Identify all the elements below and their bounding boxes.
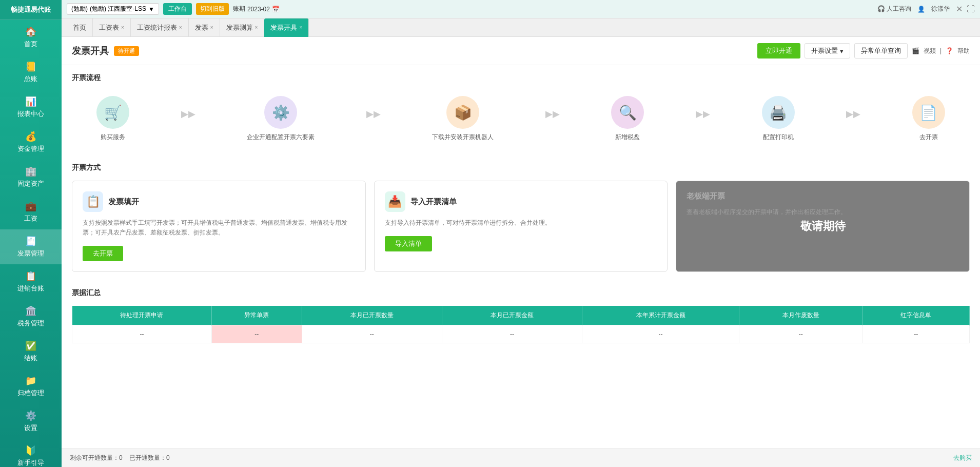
sidebar-item-purchase[interactable]: 📋 进销台账 [0,264,62,299]
method-manual-icon: 📋 [83,191,103,212]
tab-invoice-issue[interactable]: 发票开具 × [264,18,309,37]
status-badge: 待开通 [114,46,139,56]
tab-invoice-close[interactable]: × [210,25,213,30]
sidebar-item-salary[interactable]: 💼 工资 [0,194,62,229]
flow-arrow-5: ▶▶ [846,108,860,130]
method-import-title: 导入开票清单 [410,197,457,207]
col-red-info: 红字信息单 [863,306,969,325]
flow-arrow-3: ▶▶ [545,108,560,130]
method-manual-header: 📋 发票填开 [83,191,355,212]
flow-step-config-icon: ⚙️ [264,96,297,129]
import-list-button[interactable]: 导入清单 [385,236,432,251]
flow-steps: 🛒 购买服务 ▶▶ ⚙️ 企业开通配置开票六要素 ▶▶ 📦 下载并安装开票机器人… [72,91,970,147]
sidebar-item-settlement-label: 结账 [24,354,37,363]
sidebar-item-archive-label: 归档管理 [17,388,44,398]
method-card-manual[interactable]: 📋 发票填开 支持按照发票样式手工填写开发票；可开具增值税电子普通发票、增值税普… [72,181,366,272]
flow-step-buy-icon: 🛒 [96,96,129,129]
assets-icon: 🏢 [25,166,36,177]
cell-void-count: -- [739,325,863,343]
tab-invoice[interactable]: 发票 × [189,18,220,37]
flow-arrow-2: ▶▶ [366,108,381,130]
summary-section: 票据汇总 待处理开票申请 异常单票 本月已开票数量 本月已开票金额 本年累计开票… [62,280,980,352]
archive-icon: 📁 [25,375,36,386]
flow-step-taxdisk[interactable]: 🔍 新增税盘 [611,96,644,142]
sidebar-item-archive[interactable]: 📁 归档管理 [0,369,62,404]
sidebar-item-tax[interactable]: 🏛️ 税务管理 [0,299,62,334]
sidebar-item-invoice[interactable]: 🧾 发票管理 [0,229,62,264]
flow-step-buy-label: 购买服务 [101,133,125,142]
company-selector[interactable]: (勉励) (勉励) 江西服室-LSS ▼ [67,3,159,15]
buy-link[interactable]: 去购买 [953,454,972,462]
tab-salary-close[interactable]: × [121,25,124,30]
close-icon[interactable]: ✕ [956,4,963,14]
chevron-down-icon: ▾ [840,47,844,55]
main-area: (勉励) (勉励) 江西服室-LSS ▼ 工作台 切到旧版 账期 2023-02… [62,0,980,467]
tab-salary-report[interactable]: 工资统计报表 × [131,18,189,37]
tabs-bar: 首页 工资表 × 工资统计报表 × 发票 × 发票测算 × 发票开具 × [62,18,980,37]
user-name: 徐漾华 [931,5,950,13]
remaining-text: 剩余可开通数量：0 [70,454,123,461]
cell-year-amount: -- [582,325,739,343]
tab-invoice-issue-close[interactable]: × [299,25,302,30]
open-now-button[interactable]: 立即开通 [757,43,800,59]
summary-data-row: -- -- -- -- -- -- -- [72,325,970,343]
sidebar-item-settings[interactable]: ⚙️ 设置 [0,404,62,439]
settings-button[interactable]: 开票设置 ▾ [805,43,850,59]
logo-text: 畅捷通易代账 [0,5,62,14]
sidebar-item-funds[interactable]: 💰 资金管理 [0,125,62,160]
tab-salary[interactable]: 工资表 × [93,18,131,37]
method-manual-desc: 支持按照发票样式手工填写开发票；可开具增值税电子普通发票、增值税普通发票、增值税… [83,218,355,238]
sidebar-item-ledger[interactable]: 📒 总账 [0,55,62,90]
opened-text: 已开通数量：0 [129,454,170,461]
flow-step-taxdisk-label: 新增税盘 [615,133,640,142]
sidebar-item-home[interactable]: 🏠 首页 [0,20,62,55]
sidebar-item-ledger-label: 总账 [24,74,37,84]
tab-invoice-calc-close[interactable]: × [255,25,258,30]
flow-step-config[interactable]: ⚙️ 企业开通配置开票六要素 [247,96,315,142]
workspace-button[interactable]: 工作台 [163,3,192,15]
ledger-icon: 📒 [25,61,36,72]
sidebar-item-settings-label: 设置 [24,423,37,433]
col-month-amount: 本月已开票金额 [442,306,582,325]
tax-icon: 🏛️ [25,305,36,317]
period-value: 2023-02 [247,6,270,13]
sidebar-item-settlement[interactable]: ✅ 结账 [0,334,62,369]
method-import-desc: 支持导入待开票清单，可对待开票清单进行拆分、合并处理。 [385,218,657,228]
settings-label: 开票设置 [811,46,838,55]
tab-invoice-issue-label: 发票开具 [270,23,297,32]
sidebar-item-assets[interactable]: 🏢 固定资产 [0,160,62,194]
tab-invoice-calc[interactable]: 发票测算 × [220,18,265,37]
summary-title: 票据汇总 [72,288,970,298]
sidebar-item-guide[interactable]: 🔰 新手引导 [0,439,62,467]
maximize-icon[interactable]: ⛶ [967,5,975,14]
flow-step-buy[interactable]: 🛒 购买服务 [96,96,129,142]
sidebar-item-reports[interactable]: 📊 报表中心 [0,90,62,125]
video-label: 视频 [924,47,936,55]
flow-step-issue[interactable]: 📄 去开票 [912,96,945,142]
flow-arrow-1: ▶▶ [181,108,195,130]
flow-step-issue-icon: 📄 [912,96,945,129]
page-title: 发票开具 [72,45,109,57]
support-link[interactable]: 🎧 人工咨询 [877,5,911,13]
flow-step-download[interactable]: 📦 下载并安装开票机器人 [432,96,494,142]
app-logo: 畅捷通易代账 [0,0,62,20]
invoice-icon: 🧾 [25,236,36,247]
col-void-count: 本月作废数量 [739,306,863,325]
methods-grid: 📋 发票填开 支持按照发票样式手工填写开发票；可开具增值税电子普通发票、增值税普… [72,181,970,272]
company-prefix: (勉励) [71,5,88,13]
calendar-icon: 📅 [272,6,280,13]
method-import-header: 📥 导入开票清单 [385,191,657,212]
tab-home[interactable]: 首页 [67,18,93,37]
tab-salary-report-close[interactable]: × [179,25,182,30]
purchase-icon: 📋 [25,270,36,282]
flow-step-printer[interactable]: 🖨️ 配置打印机 [762,96,795,142]
page-header: 发票开具 待开通 立即开通 开票设置 ▾ 异常单单查询 🎬 视频 | ❓ 帮助 [62,37,980,65]
manual-issue-button[interactable]: 去开票 [83,246,123,261]
method-manual-title: 发票填开 [108,197,139,207]
abnormal-query-button[interactable]: 异常单单查询 [854,43,908,59]
cell-red-info: -- [863,325,969,343]
help-area: 🎬 视频 | ❓ 帮助 [912,47,970,55]
version-button[interactable]: 切到旧版 [196,3,229,15]
flow-step-printer-icon: 🖨️ [762,96,795,129]
method-card-import[interactable]: 📥 导入开票清单 支持导入待开票清单，可对待开票清单进行拆分、合并处理。 导入清… [374,181,668,272]
